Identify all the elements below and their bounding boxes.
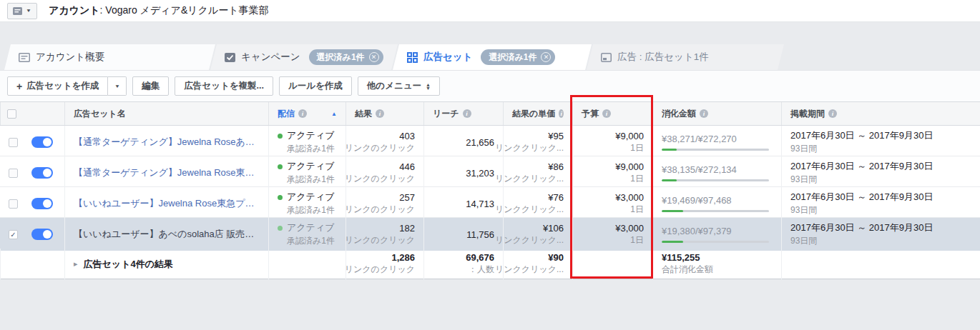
schedule-dates: 2017年6月30日 ～ 2017年9月30日: [790, 191, 966, 204]
schedule-duration: 93日間: [790, 174, 966, 186]
summary-result: 1,286: [391, 252, 415, 263]
info-icon[interactable]: i: [559, 109, 564, 118]
adset-toggle[interactable]: [31, 229, 53, 240]
spend-value: ¥38,271/¥272,270: [662, 134, 773, 144]
summary-cost-type: リンククリック...: [495, 264, 564, 276]
header-amount-spent[interactable]: 消化金額i: [662, 108, 773, 120]
info-icon[interactable]: i: [376, 109, 384, 118]
tab-ad-sets[interactable]: 広告セット 選択済み1件 ✕: [393, 44, 592, 70]
summary-label: 広告セット4件の結果: [84, 258, 173, 271]
tab-label: 広告 : 広告セット1件: [617, 51, 709, 64]
selected-count-badge: 選択済み1件 ✕: [309, 49, 383, 65]
spend-progressbar: [662, 210, 769, 212]
ad-card-icon: [601, 53, 612, 62]
budget-type: 1日: [630, 142, 644, 154]
header-schedule[interactable]: 掲載期間i: [790, 108, 966, 120]
budget-type: 1日: [630, 234, 644, 246]
select-all-checkbox[interactable]: [7, 109, 16, 119]
adset-name-link[interactable]: 【いいねユーザー】Jewelna Rose東急プラザ表...: [74, 197, 260, 210]
budget-value: ¥9,000: [615, 161, 644, 172]
budget-type: 1日: [630, 173, 644, 185]
duplicate-adset-button[interactable]: 広告セットを複製...: [175, 76, 273, 96]
header-budget[interactable]: 予算i: [582, 108, 644, 120]
edit-button[interactable]: 編集: [132, 76, 169, 96]
table-body: 【通常ターゲティング】Jewelna Roseあべのsol... アクティブ承認…: [0, 126, 980, 249]
table-row: 【通常ターゲティング】Jewelna Roseあべのsol... アクティブ承認…: [0, 126, 980, 156]
summary-result-type: リンクのクリック: [345, 264, 415, 276]
row-checkbox-checked[interactable]: ✓: [9, 230, 18, 239]
tab-ads[interactable]: 広告 : 広告セット1件: [587, 44, 784, 70]
cost-value: ¥86: [548, 161, 564, 172]
info-icon[interactable]: i: [298, 109, 307, 118]
account-selector-button[interactable]: ▼: [7, 3, 37, 19]
create-rule-button[interactable]: ルールを作成: [279, 76, 352, 96]
budget-value: ¥9,000: [615, 131, 644, 141]
cost-type: リンククリック...: [495, 234, 564, 246]
schedule-dates: 2017年6月30日 ～ 2017年9月30日: [790, 129, 966, 142]
sort-ascending-icon: ▲: [331, 111, 337, 117]
status-dot: [278, 226, 283, 231]
adset-name-link[interactable]: 【通常ターゲティング】Jewelna Roseあべのsol...: [74, 136, 260, 149]
row-checkbox[interactable]: [9, 199, 18, 209]
pages-icon: [13, 7, 22, 15]
delivery-status: アクティブ: [287, 221, 335, 234]
header-results[interactable]: 結果i: [355, 108, 415, 120]
badge-close-icon[interactable]: ✕: [369, 52, 379, 62]
expand-icon[interactable]: ▸: [74, 259, 78, 269]
spend-progressbar: [662, 241, 769, 243]
header-delivery[interactable]: 配信i▲: [278, 108, 337, 120]
tab-campaigns[interactable]: キャンペーン 選択済み1件 ✕: [210, 44, 398, 70]
result-value: 182: [399, 223, 415, 234]
spend-value: ¥19,469/¥97,468: [662, 195, 773, 206]
summary-reach: 69,676: [466, 252, 494, 263]
row-checkbox[interactable]: [9, 138, 18, 147]
adset-toggle[interactable]: [31, 167, 53, 179]
adset-name-link[interactable]: 【通常ターゲティング】Jewelna Rose東急プラ...: [74, 166, 260, 179]
budget-type: 1日: [630, 204, 644, 216]
row-checkbox[interactable]: [9, 169, 18, 178]
summary-cost: ¥90: [548, 252, 564, 263]
status-dot: [278, 195, 283, 200]
cost-value: ¥95: [548, 131, 564, 141]
account-value: Vogaro メディア&リクルート事業部: [105, 4, 268, 16]
result-type: リンクのクリック: [345, 204, 415, 216]
budget-value: ¥3,000: [615, 192, 644, 203]
result-value: 403: [399, 131, 415, 141]
badge-label: 選択済み1件: [489, 51, 536, 64]
adset-toggle[interactable]: [31, 198, 53, 209]
result-type: リンクのクリック: [345, 234, 415, 246]
toolbar: + 広告セットを作成 ▼ 編集 広告セットを複製... ルールを作成 他のメニュ…: [0, 71, 980, 101]
reach-value: 11,756: [466, 229, 494, 240]
tab-account-overview[interactable]: アカウント概要: [4, 44, 215, 70]
cost-value: ¥106: [543, 223, 564, 234]
schedule-duration: 93日間: [790, 143, 966, 155]
reach-value: 31,203: [466, 168, 494, 179]
schedule-duration: 93日間: [790, 235, 966, 247]
caret-down-icon: ▼: [26, 8, 31, 13]
create-adset-button[interactable]: + 広告セットを作成: [7, 76, 108, 96]
spend-progressbar: [662, 179, 769, 181]
table-header-row: 広告セット名 配信i▲ 結果i リーチi 結果の単価i 予算i 消化金額i 掲載…: [0, 102, 980, 126]
header-adset-name[interactable]: 広告セット名: [74, 108, 260, 120]
delivery-substatus: 承認済み1件: [278, 174, 337, 186]
schedule-dates: 2017年6月30日 ～ 2017年9月30日: [790, 221, 966, 234]
tab-label: 広告セット: [423, 51, 472, 64]
adset-name-link[interactable]: 【いいねユーザー】あべのsolaha店 販売スタッフ: [74, 228, 260, 241]
delivery-substatus: 承認済み1件: [278, 235, 337, 247]
status-dot: [278, 164, 283, 169]
info-icon[interactable]: i: [828, 109, 837, 118]
header-reach[interactable]: リーチi: [433, 108, 494, 120]
header-cost-per-result[interactable]: 結果の単価i: [512, 108, 564, 120]
result-value: 446: [399, 161, 415, 172]
reach-value: 14,713: [466, 199, 494, 209]
adset-toggle[interactable]: [31, 136, 53, 148]
badge-close-icon[interactable]: ✕: [541, 52, 551, 62]
more-menu-button[interactable]: 他のメニュー ▲▼: [358, 76, 440, 96]
level-tabs: アカウント概要 キャンペーン 選択済み1件 ✕ 広告セット 選択済み1件 ✕ 広…: [0, 44, 980, 70]
account-overview-icon: [19, 53, 30, 62]
info-icon[interactable]: i: [463, 109, 471, 118]
create-adset-dropdown-button[interactable]: ▼: [108, 76, 127, 96]
info-icon[interactable]: i: [700, 109, 708, 118]
info-icon[interactable]: i: [602, 109, 611, 118]
cost-type: リンククリック...: [495, 204, 564, 216]
